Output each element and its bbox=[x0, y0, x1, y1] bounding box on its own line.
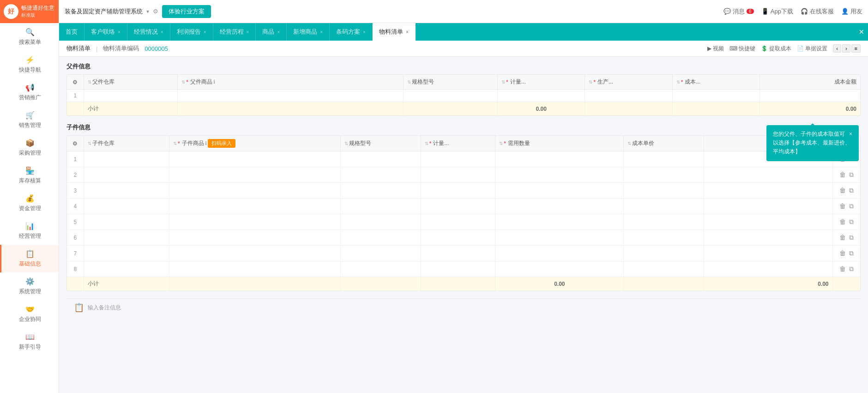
child-qty-cell[interactable] bbox=[495, 151, 624, 167]
sort-icon[interactable]: ⇅ bbox=[173, 141, 177, 146]
child-unit-cell[interactable] bbox=[421, 246, 495, 261]
child-qty-cell[interactable] bbox=[495, 183, 624, 199]
online-service-item[interactable]: 🎧 在线客服 bbox=[801, 7, 834, 16]
delete-button[interactable]: 🗑 bbox=[838, 217, 847, 226]
tab-home[interactable]: 首页 bbox=[59, 23, 84, 41]
child-spec-cell[interactable] bbox=[340, 261, 421, 277]
child-spec-cell[interactable] bbox=[340, 151, 421, 167]
child-unit-cell[interactable] bbox=[421, 151, 495, 167]
copy-button[interactable]: ⧉ bbox=[848, 248, 855, 258]
child-qty-cell[interactable] bbox=[495, 199, 624, 214]
close-icon[interactable]: × bbox=[363, 30, 366, 35]
child-unit-cell[interactable] bbox=[421, 230, 495, 246]
dropdown-arrow-icon[interactable]: ▾ bbox=[146, 8, 149, 15]
child-product-cell[interactable] bbox=[169, 246, 340, 261]
child-spec-cell[interactable] bbox=[340, 246, 421, 261]
info-icon[interactable]: ℹ bbox=[213, 79, 215, 85]
action-shortcut[interactable]: ⌨ 快捷键 bbox=[729, 45, 755, 53]
child-col-settings[interactable]: ⚙ bbox=[67, 136, 84, 151]
sidebar-item-operations[interactable]: 📊 经营管理 bbox=[0, 217, 59, 245]
parent-cost-cell[interactable] bbox=[672, 90, 760, 102]
sort-icon[interactable]: ⇅ bbox=[589, 79, 592, 85]
parent-unit-cell[interactable] bbox=[498, 90, 585, 102]
sort-icon[interactable]: ⇅ bbox=[627, 141, 631, 146]
child-spec-cell[interactable] bbox=[340, 167, 421, 183]
delete-button[interactable]: 🗑 bbox=[838, 264, 847, 273]
scan-button[interactable]: 扫码录入 bbox=[208, 139, 235, 148]
sidebar-item-purchase[interactable]: 📦 采购管理 bbox=[0, 134, 59, 162]
child-unit-cell[interactable] bbox=[421, 261, 495, 277]
child-warehouse-cell[interactable] bbox=[84, 246, 169, 261]
close-icon[interactable]: × bbox=[161, 30, 163, 35]
child-unit-cost-cell[interactable] bbox=[624, 230, 704, 246]
delete-button[interactable]: 🗑 bbox=[838, 201, 847, 211]
tab-close-all-icon[interactable]: ✕ bbox=[859, 28, 864, 36]
delete-button[interactable]: 🗑 bbox=[838, 186, 847, 195]
copy-button[interactable]: ⧉ bbox=[848, 264, 855, 274]
child-product-cell[interactable] bbox=[169, 214, 340, 230]
sort-icon[interactable]: ⇅ bbox=[499, 141, 503, 146]
parent-warehouse-cell[interactable] bbox=[84, 90, 178, 102]
sidebar-item-inventory[interactable]: 🏪 库存核算 bbox=[0, 162, 59, 189]
child-unit-cost-cell[interactable] bbox=[624, 183, 704, 199]
sidebar-item-quicknav[interactable]: ⚡ 快捷导航 bbox=[0, 51, 59, 79]
sidebar-item-sales[interactable]: 🛒 销售管理 bbox=[0, 106, 59, 134]
child-unit-cost-cell[interactable] bbox=[624, 199, 704, 214]
child-product-cell[interactable] bbox=[169, 230, 340, 246]
child-product-cell[interactable] bbox=[169, 183, 340, 199]
nav-next-button[interactable]: › bbox=[842, 44, 850, 53]
child-warehouse-cell[interactable] bbox=[84, 183, 169, 199]
app-download-item[interactable]: 📱 App下载 bbox=[761, 7, 793, 16]
sort-icon[interactable]: ⇅ bbox=[181, 79, 185, 85]
delete-button[interactable]: 🗑 bbox=[838, 170, 847, 179]
copy-button[interactable]: ⧉ bbox=[848, 201, 855, 211]
child-qty-cell[interactable] bbox=[495, 246, 624, 261]
child-warehouse-cell[interactable] bbox=[84, 151, 169, 167]
child-qty-cell[interactable] bbox=[495, 167, 624, 183]
child-product-cell[interactable] bbox=[169, 199, 340, 214]
sidebar-item-marketing[interactable]: 📢 营销推广 bbox=[0, 79, 59, 106]
parent-spec-cell[interactable] bbox=[404, 90, 498, 102]
tab-product[interactable]: 商品 × bbox=[256, 23, 287, 41]
child-warehouse-cell[interactable] bbox=[84, 261, 169, 277]
tab-customer[interactable]: 客户联络 × bbox=[84, 23, 127, 41]
copy-button[interactable]: ⧉ bbox=[848, 233, 855, 242]
child-unit-cost-cell[interactable] bbox=[624, 214, 704, 230]
breadcrumb-item-bom[interactable]: 物料清单 bbox=[66, 44, 90, 53]
sort-icon[interactable]: ⇅ bbox=[88, 141, 91, 146]
child-qty-cell[interactable] bbox=[495, 261, 624, 277]
sort-icon[interactable]: ⇅ bbox=[407, 79, 411, 85]
child-warehouse-cell[interactable] bbox=[84, 230, 169, 246]
sort-icon[interactable]: ⇅ bbox=[501, 79, 505, 85]
sidebar-item-collab[interactable]: 🤝 企业协同 bbox=[0, 300, 59, 328]
close-icon[interactable]: × bbox=[118, 30, 121, 35]
child-warehouse-cell[interactable] bbox=[84, 199, 169, 214]
child-product-cell[interactable] bbox=[169, 151, 340, 167]
copy-button[interactable]: ⧉ bbox=[848, 186, 855, 195]
child-qty-cell[interactable] bbox=[495, 214, 624, 230]
child-unit-cost-cell[interactable] bbox=[624, 151, 704, 167]
child-spec-cell[interactable] bbox=[340, 199, 421, 214]
child-unit-cost-cell[interactable] bbox=[624, 167, 704, 183]
child-warehouse-cell[interactable] bbox=[84, 214, 169, 230]
child-product-cell[interactable] bbox=[169, 261, 340, 277]
sort-icon[interactable]: ⇅ bbox=[425, 141, 428, 146]
copy-button[interactable]: ⧉ bbox=[848, 170, 855, 180]
message-item[interactable]: 💬 消息 6 bbox=[723, 7, 754, 16]
child-qty-cell[interactable] bbox=[495, 230, 624, 246]
experience-button[interactable]: 体验行业方案 bbox=[162, 5, 211, 18]
sidebar-item-guide[interactable]: 📖 新手引导 bbox=[0, 328, 59, 356]
sidebar-item-search[interactable]: 🔍 搜索菜单 bbox=[0, 23, 59, 51]
tab-barcode[interactable]: 条码方案 × bbox=[330, 23, 373, 41]
tab-history[interactable]: 经营历程 × bbox=[213, 23, 256, 41]
parent-col-settings[interactable]: ⚙ bbox=[67, 75, 84, 90]
sidebar-item-finance[interactable]: 💰 资金管理 bbox=[0, 189, 59, 217]
delete-button[interactable]: 🗑 bbox=[838, 233, 847, 242]
action-settings[interactable]: 📄 单据设置 bbox=[797, 45, 827, 53]
info-icon[interactable]: ℹ bbox=[205, 140, 207, 146]
child-unit-cost-cell[interactable] bbox=[624, 261, 704, 277]
tab-bom[interactable]: 物料清单 × bbox=[373, 23, 416, 41]
child-spec-cell[interactable] bbox=[340, 230, 421, 246]
copy-button[interactable]: ⧉ bbox=[848, 217, 855, 227]
child-warehouse-cell[interactable] bbox=[84, 167, 169, 183]
